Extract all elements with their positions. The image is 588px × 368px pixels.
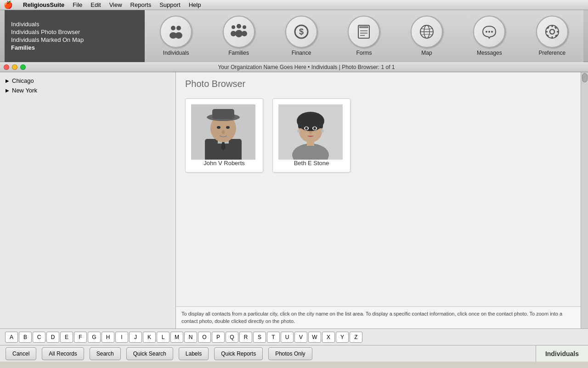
map-label: Map — [421, 50, 432, 56]
svg-rect-29 — [547, 27, 549, 29]
window-title-bar: Your Organization Name Goes Here • Indiv… — [0, 62, 588, 72]
alpha-btn-u[interactable]: U — [281, 332, 294, 343]
sidebar-item-chicago[interactable]: ▶ Chicago — [0, 76, 175, 86]
apple-logo: 🍎 — [4, 0, 13, 9]
svg-point-7 — [235, 30, 243, 37]
toolbar-icon-finance[interactable]: $ Finance — [278, 16, 324, 56]
svg-point-20 — [486, 31, 487, 33]
alpha-btn-l[interactable]: L — [157, 332, 170, 343]
bottom-btn-cancel[interactable]: Cancel — [6, 347, 36, 360]
bottom-btn-quick-search[interactable]: Quick Search — [126, 347, 173, 360]
svg-point-6 — [237, 24, 241, 29]
alpha-btn-b[interactable]: B — [19, 332, 32, 343]
sidebar-item-new-york[interactable]: ▶ New York — [0, 86, 175, 95]
svg-point-8 — [243, 25, 246, 29]
alpha-btn-i[interactable]: I — [115, 332, 128, 343]
scrollbar[interactable] — [581, 72, 588, 328]
photo-card-john[interactable]: John V Roberts — [185, 98, 263, 172]
toolbar-icon-messages[interactable]: Messages — [466, 16, 512, 56]
bottom-btn-labels[interactable]: Labels — [179, 347, 209, 360]
preference-icon — [536, 16, 568, 48]
bottom-btn-search[interactable]: Search — [90, 347, 121, 360]
alpha-btn-y[interactable]: Y — [336, 332, 349, 343]
forms-icon — [348, 16, 380, 48]
minimize-button[interactable] — [12, 64, 17, 70]
alpha-btn-j[interactable]: J — [129, 332, 142, 343]
alpha-btn-m[interactable]: M — [170, 332, 183, 343]
alpha-btn-a[interactable]: A — [5, 332, 18, 343]
toolbar: Individuals Individuals Photo Browser In… — [0, 10, 588, 62]
sidebar-item-label-new-york: New York — [12, 87, 37, 94]
app-name[interactable]: ReligiousSuite — [23, 1, 64, 8]
alpha-btn-e[interactable]: E — [60, 332, 73, 343]
toolbar-left-menu: Individuals Individuals Photo Browser In… — [5, 10, 145, 62]
svg-rect-39 — [212, 109, 234, 119]
toolbar-icon-individuals[interactable]: Individuals — [153, 16, 199, 56]
svg-rect-25 — [551, 25, 553, 27]
photo-browser-title: Photo Browser — [176, 72, 588, 94]
svg-point-22 — [491, 31, 493, 33]
menu-file[interactable]: File — [73, 1, 82, 8]
menu-view[interactable]: View — [109, 1, 122, 8]
messages-icon — [473, 16, 505, 48]
alpha-btn-o[interactable]: O — [198, 332, 211, 343]
alpha-btn-r[interactable]: R — [239, 332, 252, 343]
scrollbar-thumb[interactable] — [582, 73, 588, 82]
forms-label: Forms — [356, 50, 372, 56]
alpha-btn-d[interactable]: D — [46, 332, 59, 343]
photo-beth — [278, 104, 343, 160]
sidebar-item-label-chicago: Chicago — [12, 77, 34, 84]
alpha-btn-s[interactable]: S — [253, 332, 266, 343]
svg-point-2 — [176, 26, 181, 30]
photo-card-beth[interactable]: Beth E Stone — [272, 98, 351, 172]
bottom-btn-all-records[interactable]: All Records — [42, 347, 84, 360]
individuals-icon — [160, 16, 192, 48]
menu-reports[interactable]: Reports — [130, 1, 152, 8]
svg-point-42 — [222, 130, 225, 134]
photo-grid: John V Roberts — [176, 94, 588, 177]
alpha-btn-z[interactable]: Z — [350, 332, 362, 343]
messages-label: Messages — [477, 50, 502, 56]
alpha-btn-f[interactable]: F — [74, 332, 87, 343]
svg-point-23 — [550, 29, 554, 34]
svg-point-0 — [171, 26, 175, 30]
toolbar-icon-forms[interactable]: Forms — [341, 16, 387, 56]
alpha-bar: ABCDEFGHIJKLMNOPQRSTUVWXYZ — [0, 328, 588, 345]
menu-edit[interactable]: Edit — [90, 1, 101, 8]
toolbar-menu-marked-on-map[interactable]: Individuals Marked On Map — [11, 36, 138, 44]
finance-label: Finance — [292, 50, 311, 56]
svg-rect-26 — [551, 36, 553, 39]
svg-point-51 — [305, 127, 308, 130]
maximize-button[interactable] — [20, 64, 26, 70]
svg-point-4 — [232, 25, 235, 29]
photo-name-beth: Beth E Stone — [278, 160, 345, 167]
alpha-btn-x[interactable]: X — [322, 332, 335, 343]
alpha-btn-w[interactable]: W — [308, 332, 321, 343]
bottom-btn-photos-only[interactable]: Photos Only — [268, 347, 312, 360]
menu-support[interactable]: Support — [159, 1, 181, 8]
alpha-btn-p[interactable]: P — [212, 332, 225, 343]
svg-point-21 — [488, 31, 490, 33]
alpha-btn-c[interactable]: C — [33, 332, 45, 343]
bottom-btn-quick-reports[interactable]: Quick Reports — [214, 347, 263, 360]
photo-john — [191, 104, 255, 160]
alpha-btn-g[interactable]: G — [88, 332, 101, 343]
toolbar-icon-families[interactable]: Families — [216, 16, 262, 56]
close-button[interactable] — [4, 64, 9, 70]
toolbar-menu-individuals[interactable]: Individuals — [11, 20, 138, 28]
menu-help[interactable]: Help — [189, 1, 201, 8]
toolbar-menu-photo-browser[interactable]: Individuals Photo Browser — [11, 28, 138, 36]
alpha-btn-n[interactable]: N — [184, 332, 197, 343]
toolbar-icon-preference[interactable]: Preference — [529, 16, 575, 56]
alpha-btn-h[interactable]: H — [102, 332, 114, 343]
toolbar-menu-families[interactable]: Families — [11, 44, 138, 52]
alpha-btn-k[interactable]: K — [143, 332, 156, 343]
svg-point-53 — [309, 131, 312, 134]
preference-label: Preference — [538, 50, 565, 56]
alpha-btn-v[interactable]: V — [294, 332, 307, 343]
toolbar-icon-map[interactable]: Map — [404, 16, 450, 56]
alpha-btn-q[interactable]: Q — [226, 332, 238, 343]
bottom-right-label: Individuals — [536, 345, 588, 362]
alpha-btn-t[interactable]: T — [267, 332, 280, 343]
finance-icon: $ — [285, 16, 317, 48]
